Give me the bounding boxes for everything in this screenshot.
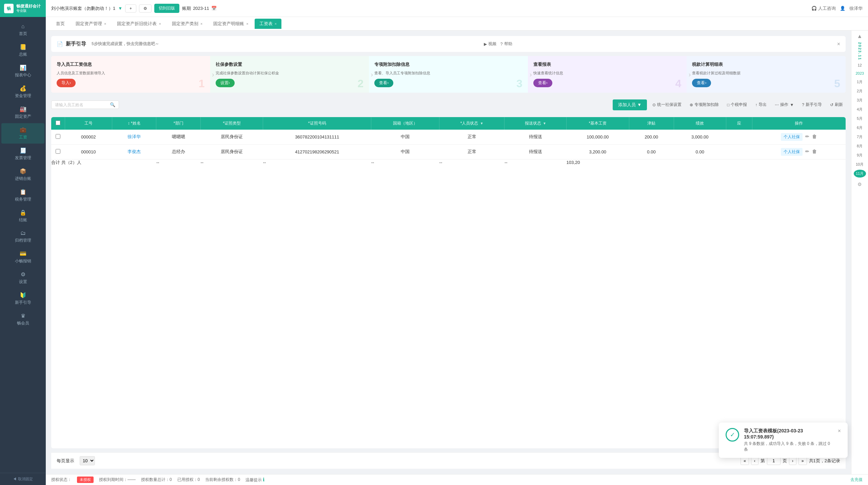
sidebar-item-home[interactable]: ⌂ 首页 [1, 20, 44, 40]
panel-gear-icon[interactable]: ⚙ [857, 182, 862, 187]
sidebar-item-archive[interactable]: 🗂 归档管理 [1, 227, 44, 247]
sidebar-item-purchase[interactable]: 📦 进销台账 [1, 165, 44, 185]
row1-social-btn[interactable]: 个人社保 [781, 133, 803, 141]
cal-month-4[interactable]: 4月 [854, 106, 866, 113]
cal-month-7[interactable]: 7月 [854, 133, 866, 141]
sidebar-footer-cancel[interactable]: ◀ 取消固定 [0, 473, 46, 485]
row1-action: 个人社保 ✏ 🗑 [752, 130, 846, 145]
next-page-btn[interactable]: › [789, 457, 796, 465]
tab-detail-close[interactable]: × [246, 22, 248, 26]
content: 📄 新手引导 5步快速完成设置，快去完善信息吧～ ▶ 视频 ? 帮助 × [46, 31, 868, 474]
step-5-btn[interactable]: 查看› [692, 79, 711, 87]
step-1-btn[interactable]: 导入› [57, 79, 76, 87]
special-deduction-btn[interactable]: ⊕ 专项附加扣除 [687, 100, 722, 110]
step-3-btn[interactable]: 查看› [374, 79, 393, 87]
th-action: 操作 [752, 117, 846, 130]
sidebar-item-archive-label: 归档管理 [15, 238, 31, 243]
sidebar-item-reports[interactable]: 📊 报表中心 [1, 61, 44, 81]
row1-id-no: 360782200104131111 [263, 130, 371, 145]
row1-delete-btn[interactable]: 🗑 [812, 134, 817, 139]
sidebar-item-settings[interactable]: ⚙ 设置 [1, 268, 44, 288]
sidebar-item-closing[interactable]: 🔒 结账 [1, 206, 44, 226]
sidebar-item-ledger[interactable]: 📒 总账 [1, 40, 44, 61]
select-all-checkbox[interactable] [56, 120, 60, 125]
cal-month-10[interactable]: 10月 [854, 161, 866, 168]
sidebar-item-guide[interactable]: 🔰 新手引导 [1, 288, 44, 309]
summary-dash4: -- [371, 159, 439, 166]
wizard-close-btn[interactable]: × [837, 41, 840, 47]
account-dropdown[interactable]: ▼ [118, 6, 122, 11]
tab-payroll[interactable]: 工资表 × [255, 19, 281, 29]
tab-home[interactable]: 首页 [51, 19, 70, 29]
calendar-icon[interactable]: 📅 [211, 6, 217, 11]
cal-month-8[interactable]: 8月 [854, 142, 866, 150]
step-2-btn[interactable]: 设置› [216, 79, 235, 87]
step-4: 查看报表 快速查看统计信息 查看› 4 › [528, 56, 687, 93]
th-allowance: 津贴 [629, 117, 674, 130]
prev-page-btn[interactable]: ‹ [751, 457, 758, 465]
tab-payroll-close[interactable]: × [275, 22, 277, 26]
cal-month-5[interactable]: 5月 [854, 115, 866, 123]
row2-checkbox[interactable] [56, 149, 60, 154]
operations-btn[interactable]: ⋯ 操作 ▼ [772, 100, 796, 110]
reports-icon: 📊 [20, 64, 26, 71]
sidebar-item-payroll[interactable]: 💼 工资 [1, 123, 44, 144]
cal-month-12[interactable]: 12 [854, 62, 866, 69]
tab-category[interactable]: 固定资产类别 × [167, 19, 207, 29]
wizard-video-btn[interactable]: ▶ 视频 [484, 41, 496, 47]
summary-dash2: -- [200, 159, 263, 166]
row2-name-link[interactable]: 李俊杰 [127, 149, 141, 154]
row2-social-btn[interactable]: 个人社保 [781, 148, 803, 156]
per-page-select[interactable]: 10 20 50 [80, 456, 95, 465]
wizard-help-btn[interactable]: ? 帮助 [500, 41, 512, 47]
row1-edit-btn[interactable]: ✏ [805, 134, 809, 139]
row1-name-link[interactable]: 徐泽华 [127, 134, 141, 139]
tab-depreciation-close[interactable]: × [159, 22, 161, 26]
calendar-year: 2023.11 [858, 42, 862, 60]
cal-month-11[interactable]: 11月 [854, 170, 866, 178]
cal-month-3[interactable]: 3月 [854, 96, 866, 104]
export-icon: ↑ [755, 102, 757, 107]
cal-month-9[interactable]: 9月 [854, 151, 866, 159]
sidebar-item-assets[interactable]: 🏭 固定资产 [1, 102, 44, 123]
social-security-btn[interactable]: ⊙ 统一社保设置 [650, 100, 684, 110]
sidebar-item-expense[interactable]: 💳 小畅报销 [1, 247, 44, 267]
export-btn[interactable]: ↑ 导出 [752, 100, 769, 110]
last-page-btn[interactable]: » [798, 457, 807, 465]
row2-edit-btn[interactable]: ✏ [805, 149, 809, 154]
step-4-btn[interactable]: 查看› [533, 79, 552, 87]
cal-month-6[interactable]: 6月 [854, 124, 866, 132]
add-account-btn[interactable]: + [125, 4, 136, 13]
search-input[interactable] [55, 102, 108, 107]
sidebar-item-member[interactable]: ♛ 畅会员 [1, 309, 44, 330]
add-person-btn[interactable]: 添加人员 ▼ [613, 99, 647, 110]
switch-version-btn[interactable]: 切到旧版 [154, 4, 179, 13]
go-auth-link[interactable]: 去充值 [850, 477, 863, 483]
first-page-btn[interactable]: « [741, 457, 749, 465]
notif-close-btn[interactable]: × [838, 428, 841, 434]
support-link[interactable]: 🎧 人工咨询 [811, 5, 836, 12]
sidebar-item-funds[interactable]: 💰 资金管理 [1, 82, 44, 102]
row2-dept: 总经办 [156, 144, 200, 159]
cal-month-2[interactable]: 2月 [854, 87, 866, 95]
row2-delete-btn[interactable]: 🗑 [812, 149, 817, 154]
cal-month-1[interactable]: 1月 [854, 78, 866, 86]
notif-content: 导入工资表模板(2023-03-23 15:07:59.897) 共 9 条数据… [744, 428, 833, 452]
th-basic: *基本工资 [567, 117, 629, 130]
tab-depreciation[interactable]: 固定资产折旧统计表 × [112, 19, 165, 29]
tax-report-btn[interactable]: □ 个税申报 [724, 100, 750, 110]
tab-assets-close[interactable]: × [104, 22, 106, 26]
sidebar-item-invoice[interactable]: 🧾 发票管理 [1, 144, 44, 164]
row1-checkbox[interactable] [56, 134, 60, 139]
guide-btn[interactable]: ? 新手引导 [799, 100, 825, 110]
tab-detail[interactable]: 固定资产明细账 × [209, 19, 253, 29]
cal-year-2023[interactable]: 2023 [854, 70, 866, 77]
panel-collapse-btn[interactable]: ▲ [857, 33, 863, 39]
settings-btn[interactable]: ⚙ [139, 4, 152, 13]
sidebar-item-tax[interactable]: 📋 税务管理 [1, 185, 44, 206]
headset-icon: 🎧 [811, 6, 817, 11]
tab-assets[interactable]: 固定资产管理 × [71, 19, 111, 29]
tab-category-close[interactable]: × [200, 22, 202, 26]
tab-detail-label: 固定资产明细账 [213, 21, 244, 27]
refresh-btn[interactable]: ↺ 刷新 [827, 100, 846, 110]
